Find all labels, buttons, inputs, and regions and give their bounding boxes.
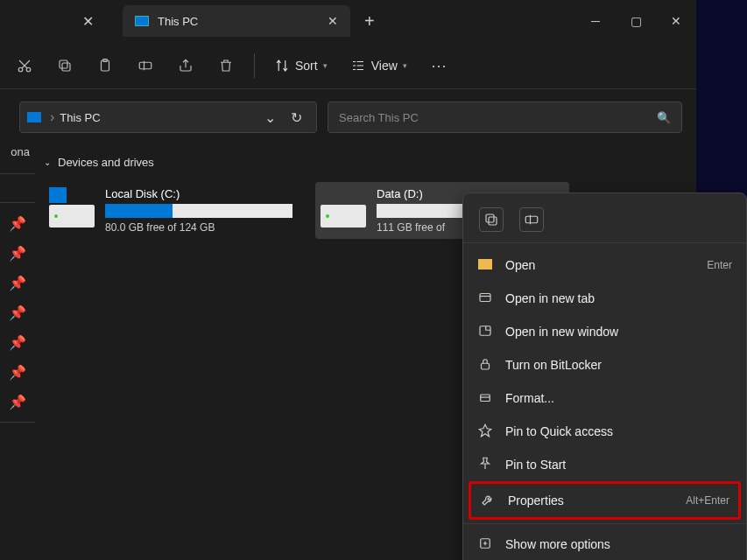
delete-button[interactable] xyxy=(208,48,243,83)
toolbar: Sort ▾ View ▾ ⋯ xyxy=(0,42,696,89)
drive-c[interactable]: Local Disk (C:) 80.0 GB free of 124 GB xyxy=(44,182,298,239)
svg-rect-13 xyxy=(481,395,490,402)
ctx-label: Format... xyxy=(505,391,554,405)
ctx-shortcut: Alt+Enter xyxy=(686,494,729,507)
ctx-bitlocker[interactable]: Turn on BitLocker xyxy=(463,348,746,382)
format-icon xyxy=(477,389,493,408)
chevron-down-icon: ▾ xyxy=(323,61,328,70)
ctx-label: Show more options xyxy=(505,537,610,551)
chevron-down-icon: ▾ xyxy=(403,61,407,70)
folder-icon xyxy=(477,258,493,272)
close-prev-tab[interactable]: ✕ xyxy=(70,13,105,30)
svg-rect-2 xyxy=(62,63,70,71)
svg-rect-6 xyxy=(139,62,152,69)
ctx-open-new-window[interactable]: Open in new window xyxy=(463,315,746,348)
ctx-properties[interactable]: Properties Alt+Enter xyxy=(469,481,741,520)
rename-button[interactable] xyxy=(128,48,163,83)
ctx-label: Pin to Quick access xyxy=(505,424,613,438)
view-label: View xyxy=(371,59,398,73)
pinned-item[interactable]: 📌 xyxy=(0,208,35,238)
search-placeholder: Search This PC xyxy=(339,111,419,124)
chevron-down-icon: ⌄ xyxy=(44,158,51,167)
ctx-show-more[interactable]: Show more options xyxy=(463,528,746,560)
new-tab-button[interactable]: + xyxy=(364,11,375,32)
tab-icon xyxy=(477,290,493,308)
separator xyxy=(0,422,35,423)
drive-free-text: 80.0 GB free of 124 GB xyxy=(105,221,292,234)
pc-icon xyxy=(27,112,41,122)
ctx-pin-start[interactable]: Pin to Start xyxy=(463,448,746,481)
drive-name: Local Disk (C:) xyxy=(105,187,292,200)
sort-button[interactable]: Sort ▾ xyxy=(265,48,336,83)
pin-icon xyxy=(477,423,493,441)
more-icon xyxy=(477,536,493,554)
sidebar: ona 📌 📌 📌 📌 📌 📌 📌 C:) xyxy=(0,145,35,560)
context-menu: Open Enter Open in new tab Open in new w… xyxy=(462,192,747,560)
drive-info: Local Disk (C:) 80.0 GB free of 124 GB xyxy=(105,187,292,234)
close-button[interactable]: ✕ xyxy=(656,0,696,42)
context-menu-quick-actions xyxy=(463,199,746,243)
drive-icon xyxy=(321,187,366,234)
separator xyxy=(254,53,255,78)
svg-rect-7 xyxy=(489,217,497,225)
sidebar-label-top: ona xyxy=(0,145,35,168)
pinned-item[interactable]: 📌 xyxy=(0,327,35,357)
group-header[interactable]: ⌄ Devices and drives xyxy=(44,150,687,173)
copy-button[interactable] xyxy=(47,48,82,83)
close-tab-icon[interactable]: ✕ xyxy=(328,14,338,28)
window-icon xyxy=(477,323,493,341)
wrench-icon xyxy=(480,492,496,510)
refresh-button[interactable]: ↻ xyxy=(283,109,309,126)
titlebar: ✕ This PC ✕ + ─ ▢ ✕ xyxy=(0,0,696,42)
search-input[interactable]: Search This PC 🔍 xyxy=(328,102,682,133)
share-button[interactable] xyxy=(168,48,203,83)
chevron-down-icon[interactable]: ⌄ xyxy=(257,109,283,126)
pin-icon xyxy=(477,456,493,474)
ctx-open-new-tab[interactable]: Open in new tab xyxy=(463,282,746,315)
svg-rect-3 xyxy=(60,60,67,68)
pinned-item[interactable]: 📌 xyxy=(0,387,35,416)
ctx-label: Open xyxy=(505,258,535,272)
sort-label: Sort xyxy=(295,59,318,73)
search-icon: 🔍 xyxy=(657,111,671,124)
group-title: Devices and drives xyxy=(58,156,154,169)
ctx-label: Open in new window xyxy=(505,325,618,339)
tab-this-pc[interactable]: This PC ✕ xyxy=(123,5,350,37)
pinned-item[interactable]: 📌 xyxy=(0,238,35,268)
paste-button[interactable] xyxy=(88,48,123,83)
cut-button[interactable] xyxy=(7,48,42,83)
view-icon xyxy=(350,58,366,74)
drive-icon xyxy=(49,187,95,234)
address-row: › This PC ⌄ ↻ Search This PC 🔍 xyxy=(0,89,696,145)
maximize-button[interactable]: ▢ xyxy=(616,0,656,42)
breadcrumb[interactable]: This PC xyxy=(60,111,257,124)
separator xyxy=(463,523,746,524)
address-bar[interactable]: › This PC ⌄ ↻ xyxy=(19,102,317,133)
copy-button[interactable] xyxy=(479,207,504,232)
pinned-item[interactable]: 📌 xyxy=(0,357,35,387)
svg-rect-12 xyxy=(482,363,490,369)
svg-rect-8 xyxy=(486,214,494,222)
separator xyxy=(0,173,35,174)
ctx-format[interactable]: Format... xyxy=(463,382,746,415)
ctx-label: Turn on BitLocker xyxy=(505,358,602,372)
ctx-label: Properties xyxy=(508,494,564,508)
rename-button[interactable] xyxy=(519,207,544,232)
ctx-open[interactable]: Open Enter xyxy=(463,248,746,282)
separator xyxy=(0,202,35,203)
minimize-button[interactable]: ─ xyxy=(575,0,616,42)
sort-icon xyxy=(274,58,290,74)
view-button[interactable]: View ▾ xyxy=(342,48,416,83)
ctx-shortcut: Enter xyxy=(707,259,732,271)
ctx-label: Open in new tab xyxy=(505,291,595,305)
window-controls: ─ ▢ ✕ xyxy=(575,0,696,42)
pinned-item[interactable]: 📌 xyxy=(0,268,35,298)
drive-capacity-bar xyxy=(105,204,292,218)
svg-rect-11 xyxy=(480,326,490,335)
svg-rect-10 xyxy=(480,293,490,301)
pc-icon xyxy=(135,16,149,26)
breadcrumb-separator: › xyxy=(50,109,54,125)
ctx-pin-quick-access[interactable]: Pin to Quick access xyxy=(463,415,746,448)
pinned-item[interactable]: 📌 xyxy=(0,298,35,327)
more-button[interactable]: ⋯ xyxy=(421,48,456,83)
